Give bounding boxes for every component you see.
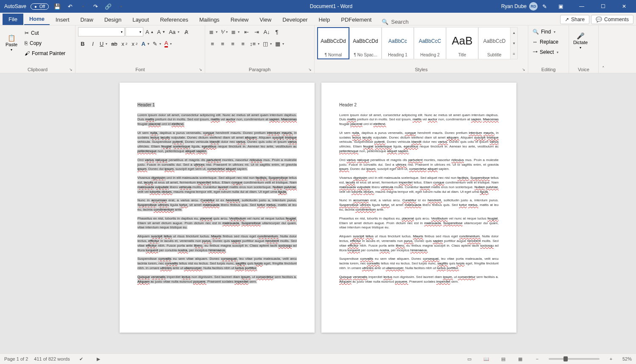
styles-down-icon[interactable]: ▾ xyxy=(510,38,517,49)
tab-review[interactable]: Review xyxy=(226,14,254,25)
body-paragraph[interactable]: Aliquam suscipit tellus ut risus tincidu… xyxy=(339,234,499,253)
multilevel-button[interactable]: ≣ xyxy=(230,27,241,36)
tab-home[interactable]: Home xyxy=(24,13,50,25)
sort-button[interactable]: A↓ xyxy=(262,27,271,36)
shrink-font-button[interactable]: A▼ xyxy=(156,27,167,36)
style-item-0[interactable]: AaBbCcDd¶ Normal xyxy=(317,27,349,59)
document-area[interactable]: Header 1 Lorem ipsum dolor sit amet, con… xyxy=(0,73,636,353)
page-2[interactable]: Header 2 Lorem ipsum dolor sit amet, con… xyxy=(321,83,516,333)
tab-insert[interactable]: Insert xyxy=(50,14,75,25)
style-item-1[interactable]: AaBbCcDd¶ No Spac... xyxy=(349,27,382,59)
font-dialog-launcher[interactable]: ↘ xyxy=(198,67,203,72)
body-paragraph[interactable]: Vivamus dignissim orci in elit malesuada… xyxy=(339,176,499,194)
body-paragraph[interactable]: Orci varius natoque penatibus et magnis … xyxy=(137,158,297,172)
style-item-5[interactable]: AaBbCcDSubtitle xyxy=(478,27,510,59)
minimize-button[interactable]: ― xyxy=(572,0,591,13)
format-painter-button[interactable]: Format Painter xyxy=(23,49,67,58)
body-paragraph[interactable]: Quisque venenatis imperdiet lectus non d… xyxy=(339,275,499,284)
replace-button[interactable]: Replace xyxy=(531,37,566,47)
tab-developer[interactable]: Developer xyxy=(277,14,312,25)
body-paragraph[interactable]: Quisque venenatis imperdiet lectus non d… xyxy=(137,275,297,284)
body-paragraph[interactable]: Nunc in accumsan erat, a varius arcu. Cu… xyxy=(339,198,499,212)
body-paragraph[interactable]: Orci varius natoque penatibus et magnis … xyxy=(339,158,499,172)
tab-design[interactable]: Design xyxy=(99,14,126,25)
font-color-button[interactable]: A xyxy=(163,39,173,48)
zoom-in-button[interactable]: + xyxy=(605,355,616,363)
redo-icon[interactable]: ↷ xyxy=(91,2,100,11)
highlight-button[interactable]: ✎ xyxy=(151,39,162,48)
body-paragraph[interactable]: Ut sem nulla, dapibus a purus venenatis,… xyxy=(137,131,297,154)
undo-icon[interactable]: ↶ xyxy=(66,2,74,11)
ribbon-display-options-icon[interactable]: ▣ xyxy=(551,0,570,13)
style-item-3[interactable]: AaBbCcCHeading 2 xyxy=(414,27,446,59)
underline-button[interactable]: U xyxy=(98,39,109,48)
body-paragraph[interactable]: Suspendisse convallis eu sem vitae aliqu… xyxy=(137,257,297,270)
italic-button[interactable]: I xyxy=(88,39,98,48)
macro-icon[interactable]: ▶ xyxy=(93,355,104,363)
dictate-button[interactable]: Dictate▾ xyxy=(572,27,589,55)
web-layout-icon[interactable] xyxy=(515,355,526,363)
maximize-button[interactable]: ☐ xyxy=(594,0,612,13)
paste-button[interactable]: 📋Paste▾ xyxy=(3,29,20,57)
share-button[interactable]: Share xyxy=(560,15,589,24)
bold-button[interactable]: B xyxy=(78,39,87,48)
print-layout-icon[interactable] xyxy=(498,355,509,363)
numbering-button[interactable]: ⅟ xyxy=(220,27,229,36)
close-button[interactable]: ✕ xyxy=(615,0,633,13)
zoom-slider-thumb[interactable] xyxy=(563,356,568,361)
body-paragraph[interactable]: Lorem ipsum dolor sit amet, consectetur … xyxy=(137,113,297,127)
tab-references[interactable]: References xyxy=(155,14,193,25)
body-paragraph[interactable]: Suspendisse convallis eu sem vitae aliqu… xyxy=(339,257,499,270)
spell-check-icon[interactable]: ✔ xyxy=(76,355,87,363)
focus-mode-icon[interactable]: ▭ xyxy=(464,355,475,363)
paragraph-dialog-launcher[interactable]: ↘ xyxy=(307,67,312,72)
body-paragraph[interactable]: Nunc in accumsan erat, a varius arcu. Cu… xyxy=(137,198,297,212)
subscript-button[interactable]: x2 xyxy=(120,39,129,48)
read-mode-icon[interactable] xyxy=(481,355,492,363)
collapse-ribbon-button[interactable]: ˄ xyxy=(599,25,608,73)
increase-indent-button[interactable]: ⇥ xyxy=(252,27,261,36)
zoom-percent[interactable]: 52% xyxy=(622,356,632,361)
strikethrough-button[interactable]: ab xyxy=(109,39,119,48)
user-name[interactable]: Ryan Dube xyxy=(501,3,527,9)
superscript-button[interactable]: x2 xyxy=(130,39,139,48)
save-icon[interactable]: 💾 xyxy=(53,2,61,11)
tab-layout[interactable]: Layout xyxy=(127,14,154,25)
bullets-button[interactable]: ≣ xyxy=(208,27,219,36)
tab-help[interactable]: Help xyxy=(313,14,335,25)
comments-button[interactable]: Comments xyxy=(591,15,633,24)
tab-file[interactable]: File xyxy=(3,14,23,25)
autosave-toggle[interactable]: ● Off xyxy=(31,3,49,10)
styles-up-icon[interactable]: ▴ xyxy=(510,28,517,38)
font-size-combo[interactable]: ▾ xyxy=(126,27,143,36)
zoom-out-button[interactable]: − xyxy=(532,355,543,363)
shading-button[interactable]: ◫ xyxy=(262,39,273,48)
zoom-slider[interactable] xyxy=(549,358,600,360)
undo-dropdown[interactable] xyxy=(78,2,87,11)
tab-mailings[interactable]: Mailings xyxy=(194,14,225,25)
align-left-button[interactable]: ≡ xyxy=(208,39,217,48)
select-button[interactable]: Select xyxy=(531,47,566,57)
body-paragraph[interactable]: Phasellus ex nisl, lobortis in dapibus e… xyxy=(339,217,499,230)
find-button[interactable]: Find xyxy=(531,27,566,36)
tab-view[interactable]: View xyxy=(254,14,276,25)
tab-draw[interactable]: Draw xyxy=(75,14,98,25)
surface-pen-icon[interactable]: ✎ xyxy=(540,2,549,11)
word-count[interactable]: 411 of 822 words xyxy=(34,356,70,361)
body-paragraph[interactable]: Vivamus dignissim orci in elit malesuada… xyxy=(137,176,297,194)
clear-format-button[interactable]: A̷ xyxy=(181,27,191,36)
borders-button[interactable]: ▦ xyxy=(274,39,285,48)
align-center-button[interactable]: ≡ xyxy=(218,39,227,48)
show-marks-button[interactable]: ¶ xyxy=(272,27,282,36)
qat-customize[interactable] xyxy=(117,2,125,11)
clipboard-dialog-launcher[interactable]: ↘ xyxy=(68,67,73,72)
font-name-combo[interactable]: ▾ xyxy=(78,27,125,36)
styles-dialog-launcher[interactable]: ↘ xyxy=(521,67,526,72)
tab-pdfelement[interactable]: PDFelement xyxy=(336,14,377,25)
body-paragraph[interactable]: Phasellus ex nisl, lobortis in dapibus e… xyxy=(137,217,297,230)
style-item-2[interactable]: AaBbCcHeading 1 xyxy=(382,27,414,59)
styles-more-icon[interactable]: ≡ xyxy=(510,48,517,59)
body-paragraph[interactable]: Ut sem nulla, dapibus a purus venenatis,… xyxy=(339,131,499,154)
justify-button[interactable]: ≡ xyxy=(238,39,248,48)
grow-font-button[interactable]: A▲ xyxy=(144,27,155,36)
